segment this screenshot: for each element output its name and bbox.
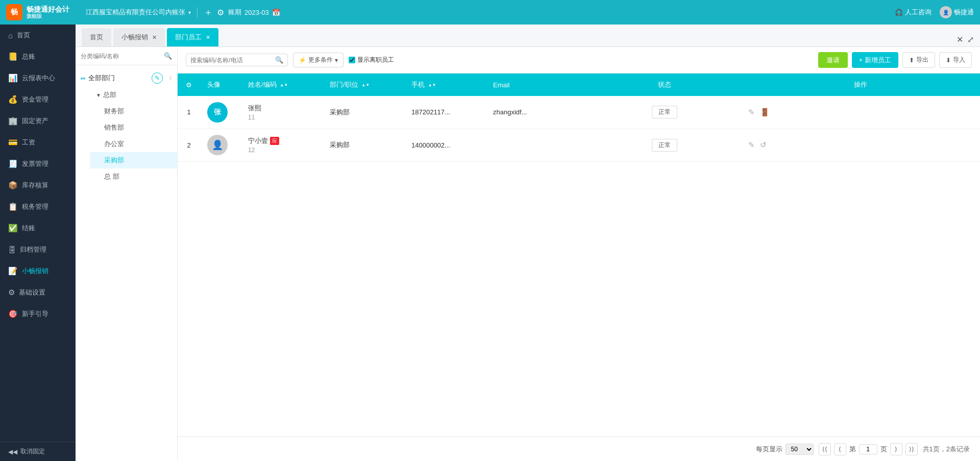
show-ex-employees-checkbox[interactable]: 显示离职员工 [349,56,394,64]
logo-text: 畅捷通好会计 旗舰版 [27,5,69,20]
dept-tree: ▪▪ 全部部门 ✎ 《 ▼ 总部 [76,65,177,461]
first-page-button[interactable]: ⟨⟨ [819,443,831,455]
settings-col-icon[interactable]: ⚙ [186,81,192,89]
filter-chevron-icon: ▾ [335,57,338,64]
close-window-button[interactable]: ✕ [957,35,963,44]
filter-button[interactable]: ⚡ 更多条件 ▾ [293,53,344,67]
settings-gear-icon[interactable]: ⚙ [217,8,224,17]
row2-index: 2 [178,129,200,161]
header-separator [197,7,198,17]
sidebar-item-tax[interactable]: 📋 税务管理 [0,196,76,217]
dept-collapse-icon[interactable]: 《 [167,75,172,82]
employee-table-wrap: ⚙ 头像 姓名/编码 ▲▼ 部门/职位 [178,74,980,436]
dept-item-general[interactable]: 总 部 [90,168,177,185]
add-company-button[interactable]: ＋ [204,6,213,18]
sidebar-item-inventory[interactable]: 📦 库存核算 [0,175,76,196]
sidebar-item-ledger[interactable]: 📒 总账 [0,46,76,67]
dept-item-office[interactable]: 办公室 [90,136,177,152]
sidebar-item-invoice[interactable]: 🧾 发票管理 [0,153,76,175]
next-page-button[interactable]: ⟩ [890,443,902,455]
page-label: 第 [849,445,856,454]
maximize-window-button[interactable]: ⤢ [967,35,974,44]
sidebar-item-assets[interactable]: 🏢 固定资产 [0,110,76,132]
last-page-button[interactable]: ⟩⟩ [905,443,918,455]
sidebar-item-settings[interactable]: ⚙ 基础设置 [0,282,76,303]
col-avatar: 头像 [200,74,241,96]
service-button[interactable]: 🎧 人工咨询 [895,8,932,17]
tab-dept-close[interactable]: ✕ [206,34,210,41]
col-email: Email [486,74,588,96]
tab-home[interactable]: 首页 [82,28,111,46]
sidebar-label-ledger: 总账 [22,52,35,61]
dept-edit-button[interactable]: ✎ [152,72,163,84]
page-suffix: 页 [880,445,887,454]
row2-edit-button[interactable]: ✎ [748,140,755,150]
accounting-period[interactable]: 账期 2023-03 📅 [228,8,280,17]
per-page-select[interactable]: 10 20 50 100 [786,444,814,455]
tab-dept-employee[interactable]: 部门员工 ✕ [167,28,218,46]
settings-icon: ⚙ [8,288,15,297]
row1-delete-button[interactable]: 🚪 [760,108,770,117]
dept-item-finance[interactable]: 财务部 [90,103,177,119]
import-icon: ⬇ [946,57,951,64]
employee-search-icon[interactable]: 🔍 [275,56,283,64]
calendar-icon: 📅 [272,9,280,16]
tab-expense-close[interactable]: ✕ [152,34,157,41]
employee-panel: 🔍 ⚡ 更多条件 ▾ 显示离职员工 邀请 + 新增员工 [178,47,980,461]
sidebar-item-checkout[interactable]: ✅ 结账 [0,217,76,239]
dept-item-purchase[interactable]: 采购部 [90,152,177,168]
import-label: 导入 [953,56,965,64]
unpin-button[interactable]: ◀◀ 取消固定 [0,442,76,461]
sidebar-item-reports[interactable]: 📊 云报表中心 [0,67,76,89]
dept-panel: 🔍 ▪▪ 全部部门 ✎ 《 ▼ 总部 [76,47,178,461]
dept-sort-icon[interactable]: ▲▼ [361,83,370,87]
dept-item-hq[interactable]: ▼ 总部 [82,87,177,103]
row2-dept: 采购部 [330,141,350,149]
sidebar-label-tax: 税务管理 [22,202,48,211]
page-number-input[interactable] [859,444,877,454]
dept-all-header[interactable]: ▪▪ 全部部门 ✎ 《 [76,69,177,87]
page-navigation: ⟨⟨ ⟨ 第 页 ⟩ ⟩⟩ [819,443,918,455]
company-selector[interactable]: 江西服宝精品有限责任公司内账张 ▾ [86,8,191,17]
dept-search-input[interactable] [81,53,161,60]
tab-home-label: 首页 [90,33,103,42]
sidebar-item-archive[interactable]: 🗄 归档管理 [0,239,76,260]
sidebar-item-expense[interactable]: 📝 小畅报销 [0,260,76,282]
row1-edit-button[interactable]: ✎ [748,108,755,117]
dept-item-sales[interactable]: 销售部 [90,119,177,136]
name-sort-icon[interactable]: ▲▼ [280,83,288,87]
dept-search-bar: 🔍 [76,47,177,65]
period-label: 账期 [228,8,241,17]
sidebar-item-funds[interactable]: 💰 资金管理 [0,89,76,110]
row2-status-cell: 正常 [588,129,741,161]
row2-avatar: 👤 [207,135,228,155]
dept-search-icon[interactable]: 🔍 [164,52,172,60]
dept-purchase-label: 采购部 [104,156,124,165]
sidebar-label-reports: 云报表中心 [22,74,55,83]
dept-general-label: 总 部 [104,172,119,181]
add-employee-button[interactable]: + 新增员工 [852,52,898,68]
employee-search-input[interactable] [190,57,272,64]
sidebar-item-home[interactable]: ⌂ 首页 [0,25,76,46]
row1-actions-cell: ✎ 🚪 [741,96,980,129]
user-menu[interactable]: 👤 畅捷通 [940,6,974,18]
row1-status-badge: 正常 [652,106,677,118]
col-phone: 手机 ▲▼ [404,74,486,96]
sidebar-item-salary[interactable]: 💳 工资 [0,132,76,153]
row1-phone-cell: 187202117... [404,96,486,129]
import-button[interactable]: ⬇ 导入 [939,52,972,68]
row2-status-badge: 正常 [652,139,677,152]
sidebar-item-guide[interactable]: 🎯 新手引导 [0,303,76,325]
row2-avatar-cell: 👤 [200,129,241,161]
row1-index: 1 [178,96,200,129]
export-button[interactable]: ⬆ 导出 [902,52,935,68]
show-ex-checkbox-input[interactable] [349,57,355,63]
invite-button[interactable]: 邀请 [818,52,848,68]
dept-hq-label: 总部 [103,90,116,100]
guide-icon: 🎯 [8,309,18,319]
pin-icon: ◀◀ [8,448,17,455]
row2-refresh-button[interactable]: ↺ [760,140,767,150]
tab-expense[interactable]: 小畅报销 ✕ [113,28,165,46]
phone-sort-icon[interactable]: ▲▼ [428,83,436,87]
prev-page-button[interactable]: ⟨ [834,443,846,455]
